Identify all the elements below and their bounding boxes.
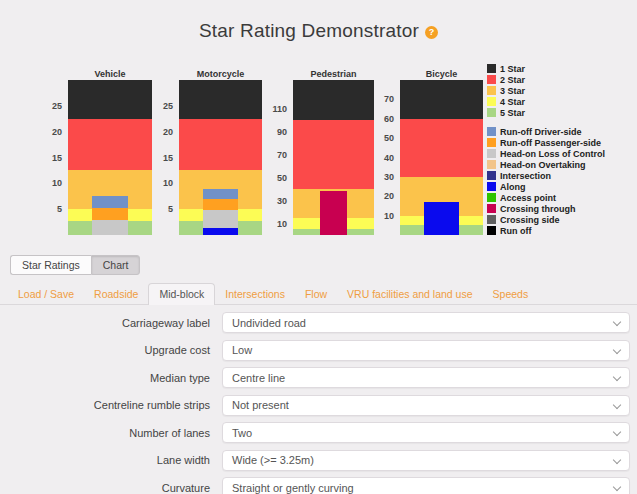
legend-item-crossing-side: Crossing side xyxy=(487,214,605,225)
chart-title-motorcycle: Motorcycle xyxy=(159,69,282,79)
section-tabs: Load / SaveRoadsideMid-blockIntersection… xyxy=(8,283,538,305)
chevron-down-icon xyxy=(613,373,621,381)
select-value: Centre line xyxy=(232,372,285,384)
form-row-median-type: Median typeCentre line xyxy=(0,367,637,388)
legend-item-access-point: Access point xyxy=(487,192,605,203)
legend-swatch xyxy=(487,138,496,147)
nav-tab-vru-facilities-and-land-use[interactable]: VRU facilities and land use xyxy=(337,283,482,305)
form-label-lane-width: Lane width xyxy=(0,454,222,466)
crash-bar-segment-run-off-driver-side xyxy=(92,196,127,207)
legend-item-head-on-overtaking: Head-on Overtaking xyxy=(487,159,605,170)
mid-block-form: Carriageway labelUndivided roadUpgrade c… xyxy=(0,312,637,494)
legend-item-run-off: Run off xyxy=(487,225,605,236)
page-header: Star Rating Demonstrator? xyxy=(0,20,637,42)
legend-swatch xyxy=(487,127,496,136)
y-tick-label: 60 xyxy=(370,114,394,124)
nav-tab-load-save[interactable]: Load / Save xyxy=(8,283,84,305)
legend-swatch xyxy=(487,226,496,235)
y-tick-label: 25 xyxy=(38,101,62,111)
chart-bicycle xyxy=(400,80,483,235)
y-tick-label: 10 xyxy=(38,178,62,188)
legend-gap xyxy=(487,118,605,126)
legend-item-head-on-loss-of-control: Head-on Loss of Control xyxy=(487,148,605,159)
legend-item-2-star: 2 Star xyxy=(487,74,605,85)
star-band-1-star xyxy=(400,80,483,119)
y-tick-label: 70 xyxy=(263,150,287,160)
legend-item-3-star: 3 Star xyxy=(487,85,605,96)
select-median-type[interactable]: Centre line xyxy=(222,367,630,388)
star-band-2-star xyxy=(293,120,374,189)
y-tick-label: 10 xyxy=(149,178,173,188)
star-band-1-star xyxy=(293,80,374,120)
legend-swatch xyxy=(487,160,496,169)
nav-tab-roadside[interactable]: Roadside xyxy=(84,283,148,305)
select-value: Undivided road xyxy=(232,317,306,329)
view-toggle: Star Ratings Chart xyxy=(10,255,140,275)
y-tick-label: 5 xyxy=(38,204,62,214)
legend-item-intersection: Intersection xyxy=(487,170,605,181)
help-icon[interactable]: ? xyxy=(425,26,438,39)
crash-bar-segment-head-on-loss-of-control xyxy=(203,210,238,228)
crash-bar-segment-run-off-driver-side xyxy=(203,189,238,199)
legend-label: Access point xyxy=(500,193,556,203)
legend-label: Head-on Overtaking xyxy=(500,160,586,170)
y-tick-label: 15 xyxy=(149,153,173,163)
legend-label: 2 Star xyxy=(500,75,525,85)
star-band-1-star xyxy=(68,80,152,119)
legend-swatch xyxy=(487,171,496,180)
legend-swatch xyxy=(487,149,496,158)
nav-tab-speeds[interactable]: Speeds xyxy=(483,283,539,305)
select-carriageway-label[interactable]: Undivided road xyxy=(222,312,630,333)
chart-pedestrian xyxy=(293,80,374,235)
form-row-number-of-lanes: Number of lanesTwo xyxy=(0,422,637,443)
chart-title-bicycle: Bicycle xyxy=(380,69,503,79)
y-tick-label: 20 xyxy=(38,127,62,137)
form-label-carriageway-label: Carriageway label xyxy=(0,317,222,329)
y-tick-label: 15 xyxy=(38,153,62,163)
legend-label: Crossing through xyxy=(500,204,576,214)
form-label-median-type: Median type xyxy=(0,372,222,384)
chevron-down-icon xyxy=(613,455,621,463)
chart-motorcycle xyxy=(179,80,262,235)
select-value: Straight or gently curving xyxy=(232,482,354,494)
select-number-of-lanes[interactable]: Two xyxy=(222,422,630,443)
nav-tab-mid-block[interactable]: Mid-block xyxy=(148,283,215,305)
select-value: Not present xyxy=(232,399,289,411)
y-tick-label: 25 xyxy=(149,101,173,111)
crash-bar-segment-head-on-loss-of-control xyxy=(92,220,127,236)
legend-label: Run off xyxy=(500,226,532,236)
legend-swatch xyxy=(487,215,496,224)
nav-tab-flow[interactable]: Flow xyxy=(295,283,337,305)
legend-label: Head-on Loss of Control xyxy=(500,149,605,159)
star-band-2-star xyxy=(179,119,262,171)
form-label-curvature: Curvature xyxy=(0,482,222,494)
y-tick-label: 5 xyxy=(149,204,173,214)
y-tick-label: 20 xyxy=(149,127,173,137)
form-row-lane-width: Lane widthWide (>= 3.25m) xyxy=(0,450,637,471)
legend-label: Crossing side xyxy=(500,215,560,225)
y-tick-label: 50 xyxy=(370,133,394,143)
legend-swatch xyxy=(487,182,496,191)
select-value: Wide (>= 3.25m) xyxy=(232,454,314,466)
select-lane-width[interactable]: Wide (>= 3.25m) xyxy=(222,450,630,471)
y-tick-label: 10 xyxy=(370,211,394,221)
nav-tab-intersections[interactable]: Intersections xyxy=(215,283,295,305)
crash-bar-segment-crossing-through xyxy=(320,191,348,235)
select-upgrade-cost[interactable]: Low xyxy=(222,340,630,361)
star-ratings-button[interactable]: Star Ratings xyxy=(10,255,91,275)
y-tick-label: 10 xyxy=(263,219,287,229)
legend-item-run-off-passenger-side: Run-off Passenger-side xyxy=(487,137,605,148)
legend-swatch xyxy=(487,97,496,106)
star-band-2-star xyxy=(400,119,483,177)
select-centreline-rumble-strips[interactable]: Not present xyxy=(222,395,630,416)
chart-legend: 1 Star2 Star3 Star4 Star5 StarRun-off Dr… xyxy=(487,63,605,236)
y-tick-label: 30 xyxy=(263,196,287,206)
chevron-down-icon xyxy=(613,318,621,326)
star-band-1-star xyxy=(179,80,262,119)
chevron-down-icon xyxy=(613,400,621,408)
select-curvature[interactable]: Straight or gently curving xyxy=(222,477,630,494)
chart-title-pedestrian: Pedestrian xyxy=(273,69,394,79)
crash-bar-segment-along xyxy=(203,228,238,235)
chart-button[interactable]: Chart xyxy=(91,255,141,275)
legend-label: Run-off Driver-side xyxy=(500,127,582,137)
